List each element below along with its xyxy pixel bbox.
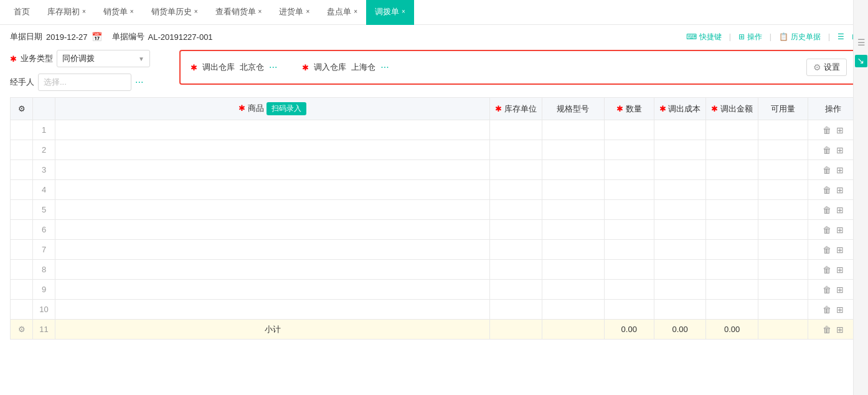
tab-home[interactable]: 首页	[5, 0, 39, 25]
delete-icon[interactable]: 🗑	[823, 165, 831, 175]
copy-icon[interactable]: ⊞	[836, 265, 844, 275]
row-product-cell[interactable]	[55, 160, 490, 180]
tab-purchase-order[interactable]: 进货单 ×	[270, 0, 318, 25]
row-spec-cell[interactable]	[542, 220, 604, 240]
row-unit-cell[interactable]	[490, 200, 542, 220]
tab-sales-order[interactable]: 销货单 ×	[95, 0, 143, 25]
copy-icon[interactable]: ⊞	[836, 185, 844, 195]
calendar-icon[interactable]: 📅	[92, 32, 102, 42]
row-unit-cell[interactable]	[490, 240, 542, 260]
out-warehouse-more-button[interactable]: ···	[269, 62, 277, 73]
row-qty-cell[interactable]	[604, 140, 654, 160]
business-type-select[interactable]: 同价调拨 ▼	[57, 50, 150, 67]
row-available-cell[interactable]	[758, 140, 808, 160]
delete-icon[interactable]: 🗑	[823, 265, 831, 275]
row-spec-cell[interactable]	[542, 160, 604, 180]
row-available-cell[interactable]	[758, 160, 808, 180]
in-warehouse-more-button[interactable]: ···	[380, 62, 389, 73]
row-cost-cell[interactable]	[654, 180, 706, 200]
col-header-settings[interactable]: ⚙	[11, 98, 33, 120]
row-cost-cell[interactable]	[654, 240, 706, 260]
row-product-cell[interactable]	[55, 260, 490, 280]
row-qty-cell[interactable]	[604, 300, 654, 320]
row-product-cell[interactable]	[55, 120, 490, 140]
copy-icon[interactable]: ⊞	[836, 225, 844, 235]
shortcut-key-button[interactable]: ⌨ 快捷键	[686, 32, 722, 42]
tab-inventory-init[interactable]: 库存期初 ×	[39, 0, 95, 25]
row-cost-cell[interactable]	[654, 120, 706, 140]
copy-icon[interactable]: ⊞	[836, 125, 844, 135]
row-qty-cell[interactable]	[604, 220, 654, 240]
close-icon[interactable]: ×	[130, 8, 134, 15]
row-unit-cell[interactable]	[490, 300, 542, 320]
row-available-cell[interactable]	[758, 260, 808, 280]
row-qty-cell[interactable]	[604, 200, 654, 220]
close-icon[interactable]: ×	[306, 8, 309, 15]
row-product-cell[interactable]	[55, 180, 490, 200]
row-spec-cell[interactable]	[542, 180, 604, 200]
operator-input[interactable]: 选择...	[38, 74, 131, 91]
row-qty-cell[interactable]	[604, 260, 654, 280]
row-spec-cell[interactable]	[542, 300, 604, 320]
row-amount-cell[interactable]	[706, 300, 758, 320]
row-amount-cell[interactable]	[706, 240, 758, 260]
row-cost-cell[interactable]	[654, 300, 706, 320]
row-spec-cell[interactable]	[542, 200, 604, 220]
row-qty-cell[interactable]	[604, 160, 654, 180]
close-icon[interactable]: ×	[402, 8, 405, 15]
copy-icon[interactable]: ⊞	[836, 325, 844, 335]
tab-view-sales[interactable]: 查看销货单 ×	[207, 0, 271, 25]
row-unit-cell[interactable]	[490, 120, 542, 140]
delete-icon[interactable]: 🗑	[823, 145, 831, 155]
row-amount-cell[interactable]	[706, 140, 758, 160]
operator-more-button[interactable]: ···	[135, 77, 143, 88]
row-cost-cell[interactable]	[654, 160, 706, 180]
row-amount-cell[interactable]	[706, 160, 758, 180]
sidebar-expand-icon[interactable]: ↗	[855, 55, 867, 67]
row-amount-cell[interactable]	[706, 180, 758, 200]
copy-icon[interactable]: ⊞	[836, 205, 844, 215]
row-available-cell[interactable]	[758, 200, 808, 220]
tab-inventory-check[interactable]: 盘点单 ×	[318, 0, 366, 25]
close-icon[interactable]: ×	[82, 8, 86, 15]
row-cost-cell[interactable]	[654, 260, 706, 280]
row-available-cell[interactable]	[758, 180, 808, 200]
row-qty-cell[interactable]	[604, 240, 654, 260]
settings-button[interactable]: ⚙ 设置	[806, 59, 847, 76]
tab-transfer-order[interactable]: 调拨单 ×	[366, 0, 414, 25]
close-icon[interactable]: ×	[354, 8, 357, 15]
delete-icon[interactable]: 🗑	[823, 125, 831, 135]
row-qty-cell[interactable]	[604, 180, 654, 200]
row-product-cell[interactable]	[55, 220, 490, 240]
row-unit-cell[interactable]	[490, 220, 542, 240]
delete-icon[interactable]: 🗑	[823, 225, 831, 235]
row-amount-cell[interactable]	[706, 200, 758, 220]
row-spec-cell[interactable]	[542, 120, 604, 140]
row-amount-cell[interactable]	[706, 260, 758, 280]
row-spec-cell[interactable]	[542, 240, 604, 260]
row-spec-cell[interactable]	[542, 140, 604, 160]
row-product-cell[interactable]	[55, 280, 490, 300]
delete-icon[interactable]: 🗑	[823, 305, 831, 315]
row-available-cell[interactable]	[758, 300, 808, 320]
row-amount-cell[interactable]	[706, 120, 758, 140]
sidebar-list-icon[interactable]: ☰	[856, 37, 866, 47]
close-icon[interactable]: ×	[258, 8, 262, 15]
row-available-cell[interactable]	[758, 240, 808, 260]
row-amount-cell[interactable]	[706, 280, 758, 300]
row-cost-cell[interactable]	[654, 220, 706, 240]
operations-button[interactable]: ⊞ 操作	[738, 32, 762, 42]
copy-icon[interactable]: ⊞	[836, 145, 844, 155]
history-button[interactable]: 📋 历史单据	[779, 32, 821, 42]
row-product-cell[interactable]	[55, 300, 490, 320]
row-qty-cell[interactable]	[604, 120, 654, 140]
row-product-cell[interactable]	[55, 140, 490, 160]
row-unit-cell[interactable]	[490, 260, 542, 280]
row-unit-cell[interactable]	[490, 160, 542, 180]
copy-icon[interactable]: ⊞	[836, 165, 844, 175]
delete-icon[interactable]: 🗑	[823, 185, 831, 195]
row-available-cell[interactable]	[758, 120, 808, 140]
row-unit-cell[interactable]	[490, 280, 542, 300]
row-unit-cell[interactable]	[490, 180, 542, 200]
row-available-cell[interactable]	[758, 280, 808, 300]
